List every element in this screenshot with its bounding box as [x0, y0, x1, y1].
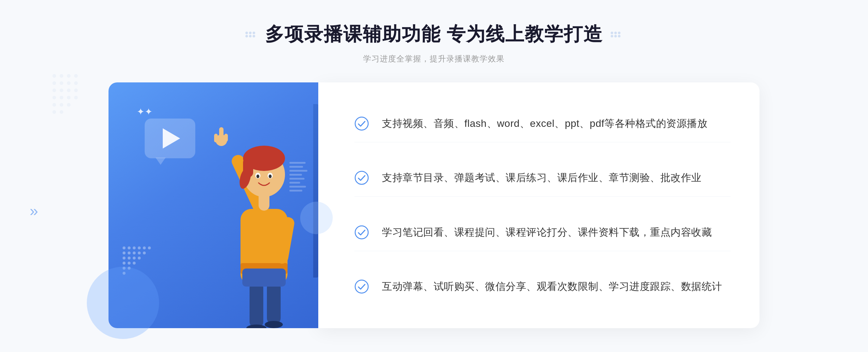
illustration-panel: ✦✦ — [109, 82, 318, 328]
feature-text-4: 互动弹幕、试听购买、微信分享、观看次数限制、学习进度跟踪、数据统计 — [382, 279, 722, 295]
left-chevron-decoration: » — [30, 202, 35, 220]
svg-point-2 — [67, 74, 71, 78]
features-panel: 支持视频、音频、flash、word、excel、ppt、pdf等各种格式的资源… — [318, 82, 760, 328]
svg-point-18 — [67, 103, 71, 107]
page-container: » 多项录播课辅助功能 专为线上教学打造 — [0, 0, 868, 352]
svg-point-47 — [138, 257, 141, 259]
svg-point-10 — [67, 89, 71, 92]
check-icon-3 — [354, 225, 369, 240]
svg-point-45 — [128, 257, 131, 259]
subtitle: 学习进度全掌握，提升录播课教学效果 — [245, 53, 623, 64]
feature-text-2: 支持章节目录、弹题考试、课后练习、课后作业、章节测验、批改作业 — [382, 170, 702, 186]
svg-point-16 — [52, 103, 56, 107]
svg-rect-55 — [267, 281, 281, 325]
person-illustration — [206, 122, 322, 328]
bg-dots-left — [51, 72, 109, 130]
play-triangle-icon — [163, 128, 180, 149]
svg-rect-74 — [214, 134, 218, 142]
svg-point-56 — [246, 325, 267, 328]
svg-point-36 — [138, 246, 141, 249]
svg-point-17 — [60, 103, 63, 107]
sparkle-dots: ✦✦ — [137, 106, 153, 117]
svg-rect-60 — [242, 269, 286, 287]
main-title: 多项录播课辅助功能 专为线上教学打造 — [265, 22, 603, 47]
svg-point-48 — [123, 262, 125, 265]
svg-point-9 — [60, 89, 63, 92]
header-section: 多项录播课辅助功能 专为线上教学打造 学习进度全掌握，提升录播课教学效果 — [245, 22, 623, 64]
svg-point-70 — [256, 175, 259, 178]
svg-point-49 — [128, 262, 131, 265]
svg-point-3 — [74, 74, 78, 78]
main-content: ✦✦ — [109, 82, 760, 328]
right-title-dots — [610, 31, 623, 38]
feature-text-1: 支持视频、音频、flash、word、excel、ppt、pdf等各种格式的资源… — [382, 116, 707, 132]
svg-point-19 — [52, 110, 56, 114]
svg-point-7 — [74, 81, 78, 85]
svg-point-29 — [618, 32, 621, 34]
svg-point-79 — [355, 280, 368, 293]
svg-point-57 — [265, 321, 283, 328]
svg-point-35 — [133, 246, 136, 249]
svg-point-32 — [618, 35, 621, 38]
feature-item-4: 互动弹幕、试听购买、微信分享、观看次数限制、学习进度跟踪、数据统计 — [354, 269, 731, 305]
svg-point-44 — [123, 257, 125, 259]
svg-point-1 — [60, 74, 63, 78]
svg-point-5 — [60, 81, 63, 85]
svg-point-14 — [67, 96, 71, 99]
svg-point-30 — [611, 35, 613, 38]
svg-point-40 — [128, 252, 131, 254]
svg-point-25 — [249, 35, 251, 38]
svg-point-24 — [245, 35, 248, 38]
svg-point-31 — [614, 35, 617, 38]
check-icon-1 — [354, 116, 369, 131]
check-icon-2 — [354, 171, 369, 185]
feature-item-2: 支持章节目录、弹题考试、课后练习、课后作业、章节测验、批改作业 — [354, 160, 731, 197]
svg-point-12 — [52, 96, 56, 99]
feature-item-3: 学习笔记回看、课程提问、课程评论打分、课件资料下载，重点内容收藏 — [354, 214, 731, 251]
svg-rect-75 — [224, 134, 228, 142]
svg-point-46 — [133, 257, 136, 259]
svg-rect-54 — [250, 281, 263, 328]
svg-point-4 — [52, 81, 56, 85]
svg-point-20 — [60, 110, 63, 114]
svg-point-43 — [143, 252, 146, 254]
svg-point-27 — [611, 32, 613, 34]
svg-point-11 — [74, 89, 78, 92]
svg-point-42 — [138, 252, 141, 254]
check-icon-4 — [354, 279, 369, 294]
svg-point-6 — [67, 81, 71, 85]
large-blue-circle — [87, 267, 159, 339]
svg-point-15 — [74, 96, 78, 99]
feature-text-3: 学习笔记回看、课程提问、课程评论打分、课件资料下载，重点内容收藏 — [382, 224, 712, 241]
play-bubble — [145, 119, 195, 158]
svg-point-34 — [128, 246, 131, 249]
svg-point-71 — [269, 175, 272, 178]
left-title-dots — [245, 31, 258, 38]
svg-point-76 — [355, 117, 368, 130]
svg-point-26 — [252, 35, 255, 38]
svg-point-77 — [355, 171, 368, 184]
svg-point-38 — [148, 246, 151, 249]
feature-item-1: 支持视频、音频、flash、word、excel、ppt、pdf等各种格式的资源… — [354, 106, 731, 142]
svg-point-28 — [614, 32, 617, 34]
svg-point-23 — [252, 32, 255, 34]
title-row: 多项录播课辅助功能 专为线上教学打造 — [245, 22, 623, 47]
svg-point-8 — [52, 89, 56, 92]
svg-point-33 — [123, 246, 125, 249]
svg-point-22 — [249, 32, 251, 34]
svg-point-37 — [143, 246, 146, 249]
svg-point-41 — [133, 252, 136, 254]
svg-rect-73 — [219, 127, 224, 141]
svg-point-39 — [123, 252, 125, 254]
svg-point-13 — [60, 96, 63, 99]
svg-point-21 — [245, 32, 248, 34]
svg-point-0 — [52, 74, 56, 78]
svg-point-50 — [133, 262, 136, 265]
svg-point-78 — [355, 226, 368, 239]
